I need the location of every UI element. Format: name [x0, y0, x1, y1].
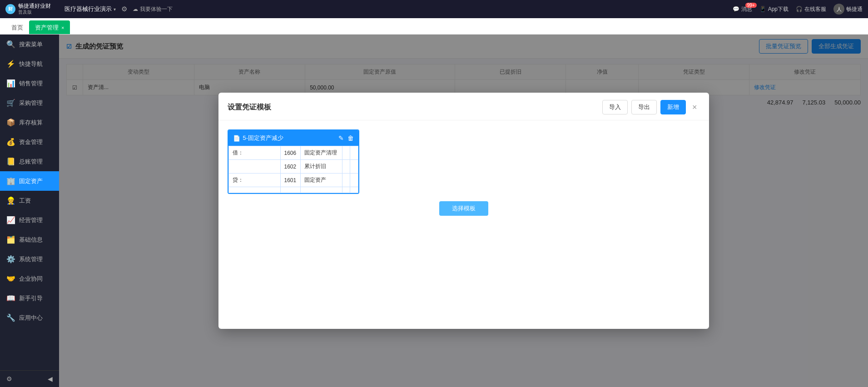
sidebar-item-sales[interactable]: 📊 销售管理 [0, 74, 59, 93]
sidebar-item-payroll[interactable]: 👷 工资 [0, 191, 59, 210]
sidebar-item-funds[interactable]: 💰 资金管理 [0, 132, 59, 152]
entry-code-2: 1602 [280, 160, 301, 174]
template-card: 📄 5-固定资产减少 ✎ 🗑 借： [228, 129, 359, 194]
sidebar-item-system[interactable]: ⚙️ 系统管理 [0, 249, 59, 269]
template-entries-table: 借： 1606 固定资产清理 1602 累计折旧 [228, 146, 358, 193]
sidebar-label-funds: 资金管理 [19, 138, 43, 146]
chevron-down-icon: ▾ [114, 7, 116, 12]
company-name: 医疗器械行业演示 [64, 5, 112, 13]
sales-icon: 📊 [6, 79, 15, 88]
company-selector[interactable]: 医疗器械行业演示 ▾ [64, 5, 116, 13]
sidebar-label-system: 系统管理 [19, 255, 43, 263]
app-edition: 普及版 [18, 9, 51, 15]
sidebar-item-guide[interactable]: 📖 新手引导 [0, 288, 59, 308]
content-area: ☑ 生成的凭证预览 批量凭证预览 全部生成凭证 变动类型 资产名称 固定资产原值… [59, 35, 868, 387]
purchase-icon: 🛒 [6, 99, 15, 107]
avatar: 人 [833, 4, 844, 15]
experience-label: 我要体验一下 [140, 5, 173, 13]
template-header-left: 📄 5-固定资产减少 [233, 134, 284, 142]
tab-asset-management[interactable]: 资产管理 × [29, 20, 70, 34]
sidebar-label-sales: 销售管理 [19, 79, 43, 88]
sidebar-label-quicknav: 快捷导航 [19, 60, 43, 68]
template-card-header: 📄 5-固定资产减少 ✎ 🗑 [228, 130, 358, 146]
modal-close-button[interactable]: × [689, 102, 700, 112]
sidebar-item-app-center[interactable]: 🔧 应用中心 [0, 308, 59, 327]
entry-credit-3 [350, 174, 358, 187]
experience-button[interactable]: ☁ 我要体验一下 [133, 5, 173, 13]
messages-action[interactable]: 💬 消息 99+ [733, 5, 752, 13]
top-header: 财 畅捷通好业财 普及版 医疗器械行业演示 ▾ ⚙ ☁ 我要体验一下 💬 消息 … [0, 0, 868, 18]
sidebar-label-search: 搜索菜单 [19, 40, 43, 49]
template-entry-row: 借： 1606 固定资产清理 [228, 146, 358, 160]
template-name: 5-固定资产减少 [243, 134, 284, 142]
sidebar-item-quicknav[interactable]: ⚡ 快捷导航 [0, 54, 59, 74]
template-entry-row [228, 187, 358, 193]
entry-code-3: 1601 [280, 174, 301, 187]
sidebar-label-purchase: 采购管理 [19, 99, 43, 107]
online-service-action[interactable]: 🎧 在线客服 [796, 5, 826, 13]
sidebar-item-fixed-assets[interactable]: 🏢 固定资产 [0, 171, 59, 191]
modal-header: 设置凭证模板 导入 导出 新增 × [218, 93, 709, 120]
sidebar-scroll: 🔍 搜索菜单 ⚡ 快捷导航 📊 销售管理 🛒 采购管理 📦 库存核算 💰 [0, 35, 59, 370]
entry-debit-3 [342, 174, 350, 187]
sidebar-item-operations[interactable]: 📈 经营管理 [0, 210, 59, 230]
sidebar-item-search[interactable]: 🔍 搜索菜单 [0, 35, 59, 54]
modal-body: 📄 5-固定资产减少 ✎ 🗑 借： [218, 120, 709, 329]
app-download-action[interactable]: 📱 App下载 [759, 5, 789, 13]
user-profile[interactable]: 人 畅捷通 [833, 4, 863, 15]
download-icon: 📱 [759, 6, 766, 12]
sidebar-label-basic-info: 基础信息 [19, 236, 43, 244]
entry-debit-1 [342, 146, 350, 160]
modal-title: 设置凭证模板 [228, 103, 271, 112]
template-doc-icon: 📄 [233, 135, 240, 142]
template-entry-row: 1602 累计折旧 [228, 160, 358, 174]
entry-code-1: 1606 [280, 146, 301, 160]
funds-icon: 💰 [6, 138, 15, 146]
entry-code-4 [280, 187, 301, 193]
ledger-icon: 📒 [6, 157, 15, 166]
sidebar-item-purchase[interactable]: 🛒 采购管理 [0, 93, 59, 113]
sidebar-label-ledger: 总账管理 [19, 158, 43, 166]
tab-bar: 首页 资产管理 × [0, 18, 868, 35]
message-icon: 💬 [733, 6, 739, 12]
entry-account-1: 固定资产清理 [301, 146, 342, 160]
template-edit-icon[interactable]: ✎ [338, 134, 344, 142]
entry-credit-2 [350, 160, 358, 174]
app-center-icon: 🔧 [6, 313, 15, 322]
app-download-label: App下载 [768, 5, 789, 13]
main-layout: 🔍 搜索菜单 ⚡ 快捷导航 📊 销售管理 🛒 采购管理 📦 库存核算 💰 [0, 35, 868, 387]
entry-debit-2 [342, 160, 350, 174]
logo-icon: 财 [5, 4, 15, 14]
sidebar-item-basic-info[interactable]: 🗂️ 基础信息 [0, 230, 59, 249]
export-button[interactable]: 导出 [631, 100, 657, 114]
entry-account-4 [301, 187, 342, 193]
sidebar-label-guide: 新手引导 [19, 294, 43, 303]
online-service-label: 在线客服 [804, 5, 826, 13]
template-delete-icon[interactable]: 🗑 [347, 134, 354, 142]
modal-header-actions: 导入 导出 新增 × [602, 100, 700, 114]
enterprise-icon: 🤝 [6, 274, 15, 283]
tab-home[interactable]: 首页 [5, 20, 29, 34]
gear-icon[interactable]: ⚙ [121, 5, 127, 13]
sidebar-bottom: ⚙ ◀ [0, 370, 59, 387]
modal-backdrop: 设置凭证模板 导入 导出 新增 × 📄 [59, 35, 868, 387]
collapse-icon[interactable]: ◀ [48, 375, 53, 382]
user-name: 畅捷通 [846, 5, 863, 13]
tab-close-icon[interactable]: × [61, 25, 64, 30]
settings-icon[interactable]: ⚙ [6, 375, 12, 382]
sidebar-item-ledger[interactable]: 📒 总账管理 [0, 152, 59, 171]
select-template-button[interactable]: 选择模板 [439, 201, 488, 216]
cloud-icon: ☁ [133, 6, 138, 12]
sidebar-item-inventory[interactable]: 📦 库存核算 [0, 113, 59, 132]
template-entry-row: 贷： 1601 固定资产 [228, 174, 358, 187]
payroll-icon: 👷 [6, 196, 15, 205]
sidebar-label-inventory: 库存核算 [19, 119, 43, 127]
sidebar-item-enterprise[interactable]: 🤝 企业协同 [0, 269, 59, 288]
import-button[interactable]: 导入 [602, 100, 628, 114]
sidebar-label-payroll: 工资 [19, 197, 31, 205]
sidebar: 🔍 搜索菜单 ⚡ 快捷导航 📊 销售管理 🛒 采购管理 📦 库存核算 💰 [0, 35, 59, 387]
messages-badge: 99+ [745, 3, 757, 8]
app-name: 畅捷通好业财 [18, 3, 51, 9]
entry-credit-1 [350, 146, 358, 160]
new-button[interactable]: 新增 [660, 100, 686, 114]
